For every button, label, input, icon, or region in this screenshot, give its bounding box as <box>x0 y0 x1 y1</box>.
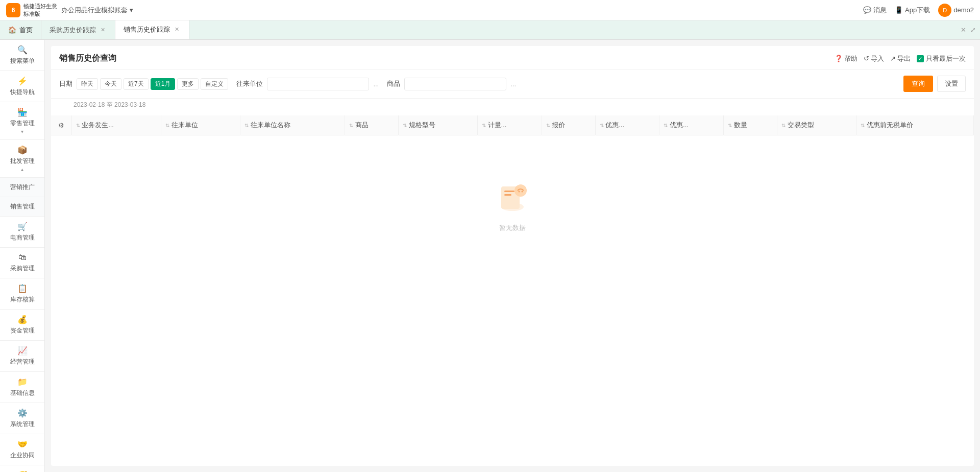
empty-state: 暂无数据 <box>51 135 974 273</box>
th-trade-type[interactable]: ⇅ 交易类型 <box>777 115 856 135</box>
sidebar-item-enterprise[interactable]: 🤝 企业协同 <box>0 434 44 465</box>
basic-info-icon: 📁 <box>17 377 28 387</box>
app-download-button[interactable]: 📱 App下载 <box>895 6 930 15</box>
sidebar-item-basic-info[interactable]: 📁 基础信息 <box>0 372 44 403</box>
sidebar-item-ecommerce[interactable]: 🛒 电商管理 <box>0 217 44 248</box>
user-avatar-button[interactable]: D demo2 <box>938 4 974 17</box>
sort-icon: ⇅ <box>781 123 786 128</box>
search-icon: 🔍 <box>17 45 28 55</box>
tab-home[interactable]: 🏠 首页 <box>0 20 41 39</box>
th-unit-code[interactable]: ⇅ 往来单位 <box>161 115 240 135</box>
page-title-bar: 销售历史价查询 ❓ 帮助 ↺ 导入 ↗ 导出 <box>51 46 974 69</box>
th-qty[interactable]: ⇅ 数量 <box>724 115 777 135</box>
home-icon: 🏠 <box>8 26 16 34</box>
export-button[interactable]: ↗ 导出 <box>890 54 911 63</box>
only-latest-checkbox-wrap[interactable]: ✓ 只看最后一次 <box>917 54 966 63</box>
sidebar-item-system[interactable]: ⚙️ 系统管理 <box>0 403 44 434</box>
page-title: 销售历史价查询 <box>59 53 116 64</box>
sort-icon: ⇅ <box>546 123 550 128</box>
th-discount1[interactable]: ⇅ 优惠... <box>595 115 659 135</box>
th-discount2[interactable]: ⇅ 优惠... <box>659 115 724 135</box>
sidebar-item-retail[interactable]: 🏪 零售管理 ▾ <box>0 102 44 140</box>
operations-icon: 📈 <box>17 346 28 356</box>
date-btn-yesterday[interactable]: 昨天 <box>77 78 98 90</box>
lightning-icon: ⚡ <box>17 76 28 86</box>
message-button[interactable]: 💬 消息 <box>863 6 887 15</box>
close-sales-tab-button[interactable]: ✕ <box>173 26 181 33</box>
table-wrap: ⚙ ⇅ 业务发生... ⇅ 往来单位 <box>51 115 974 273</box>
sort-icon: ⇅ <box>482 123 486 128</box>
product-label: 商品 <box>387 79 400 88</box>
th-settings[interactable]: ⚙ <box>51 115 71 135</box>
export-icon: ↗ <box>890 55 896 62</box>
query-button[interactable]: 查询 <box>903 76 933 92</box>
date-btn-custom[interactable]: 自定义 <box>201 78 228 90</box>
source-unit-input[interactable] <box>267 78 369 90</box>
th-unit-name[interactable]: ⇅ 往来单位名称 <box>240 115 345 135</box>
th-biz-date[interactable]: ⇅ 业务发生... <box>71 115 161 135</box>
empty-state-icon <box>492 176 533 217</box>
sidebar-item-inventory[interactable]: 📋 库存核算 <box>0 278 44 310</box>
avatar: D <box>938 4 951 17</box>
product-input[interactable] <box>404 78 506 90</box>
logo-area: 6 畅捷通好生意 标准版 <box>6 3 57 17</box>
svg-rect-2 <box>504 191 514 192</box>
th-spec[interactable]: ⇅ 规格型号 <box>398 115 477 135</box>
page-card: 销售历史价查询 ❓ 帮助 ↺ 导入 ↗ 导出 <box>51 46 974 466</box>
maximize-button[interactable]: ⤢ <box>970 26 976 34</box>
close-all-tabs-button[interactable]: ✕ <box>961 26 966 34</box>
download-icon: 📱 <box>895 6 903 14</box>
help-button[interactable]: ❓ 帮助 <box>835 54 857 63</box>
date-range-display: 2023-02-18 至 2023-03-18 <box>51 99 974 115</box>
close-purchase-tab-button[interactable]: ✕ <box>99 26 107 34</box>
settings-icon: ⚙ <box>58 122 64 129</box>
import-button[interactable]: ↺ 导入 <box>864 54 884 63</box>
svg-point-5 <box>519 191 520 193</box>
sidebar: 🔍 搜索菜单 ⚡ 快捷导航 🏪 零售管理 ▾ 📦 批发管理 ▴ 营销推广 销售管… <box>0 40 45 472</box>
only-latest-checkbox[interactable]: ✓ <box>917 55 924 62</box>
wholesale-icon: 📦 <box>17 145 28 155</box>
th-unit[interactable]: ⇅ 计量... <box>477 115 542 135</box>
tab-bar-actions: ✕ ⤢ <box>957 20 980 39</box>
top-header: 6 畅捷通好生意 标准版 办公用品行业模拟账套 ▾ 💬 消息 📱 App下载 D… <box>0 0 980 20</box>
source-unit-label: 往来单位 <box>236 79 263 88</box>
sidebar-item-shortcut[interactable]: ⚡ 快捷导航 <box>0 71 44 102</box>
import-icon: ↺ <box>864 55 869 62</box>
svg-point-4 <box>514 184 527 197</box>
sidebar-item-finance[interactable]: 💰 资金管理 <box>0 310 44 341</box>
main-layout: 🔍 搜索菜单 ⚡ 快捷导航 🏪 零售管理 ▾ 📦 批发管理 ▴ 营销推广 销售管… <box>0 40 980 472</box>
header-left: 6 畅捷通好生意 标准版 办公用品行业模拟账套 ▾ <box>6 3 133 17</box>
help-icon: ❓ <box>835 55 843 62</box>
product-more-button[interactable]: ... <box>510 80 516 88</box>
sort-icon: ⇅ <box>728 123 732 128</box>
sort-icon: ⇅ <box>403 123 407 128</box>
svg-rect-3 <box>504 194 511 196</box>
th-product[interactable]: ⇅ 商品 <box>345 115 399 135</box>
app-selector[interactable]: 办公用品行业模拟账套 ▾ <box>61 6 133 15</box>
sidebar-item-newbie[interactable]: 🧭 新手引导 <box>0 465 44 472</box>
retail-icon: 🏪 <box>17 107 28 117</box>
tab-sales-history[interactable]: 销售历史价跟踪 ✕ <box>115 20 189 39</box>
sidebar-item-marketing[interactable]: 营销推广 <box>0 178 44 197</box>
source-unit-more-button[interactable]: ... <box>373 80 379 88</box>
settings-button[interactable]: 设置 <box>937 76 966 92</box>
date-btn-more[interactable]: 更多 <box>177 78 199 90</box>
date-label: 日期 <box>59 79 72 88</box>
sort-icon: ⇅ <box>349 123 353 128</box>
tab-bar: 🏠 首页 采购历史价跟踪 ✕ 销售历史价跟踪 ✕ ✕ ⤢ <box>0 20 980 40</box>
sidebar-item-purchase[interactable]: 🛍 采购管理 <box>0 248 44 278</box>
date-btn-1month[interactable]: 近1月 <box>151 78 176 90</box>
sidebar-item-operations[interactable]: 📈 经营管理 <box>0 341 44 372</box>
th-quote[interactable]: ⇅ 报价 <box>542 115 595 135</box>
purchase-icon: 🛍 <box>18 253 27 262</box>
ecommerce-icon: 🛒 <box>17 222 28 231</box>
date-btn-today[interactable]: 今天 <box>100 78 121 90</box>
tab-purchase-history[interactable]: 采购历史价跟踪 ✕ <box>41 20 115 39</box>
th-pre-tax-price[interactable]: ⇅ 优惠前无税单价 <box>856 115 974 135</box>
sidebar-item-wholesale[interactable]: 📦 批发管理 ▴ <box>0 140 44 178</box>
date-btn-7days[interactable]: 近7天 <box>124 78 149 90</box>
sort-icon: ⇅ <box>664 123 668 128</box>
sidebar-item-sales-mgmt[interactable]: 销售管理 <box>0 197 44 217</box>
sidebar-item-search[interactable]: 🔍 搜索菜单 <box>0 40 44 71</box>
chevron-icon: ▾ <box>21 129 23 134</box>
